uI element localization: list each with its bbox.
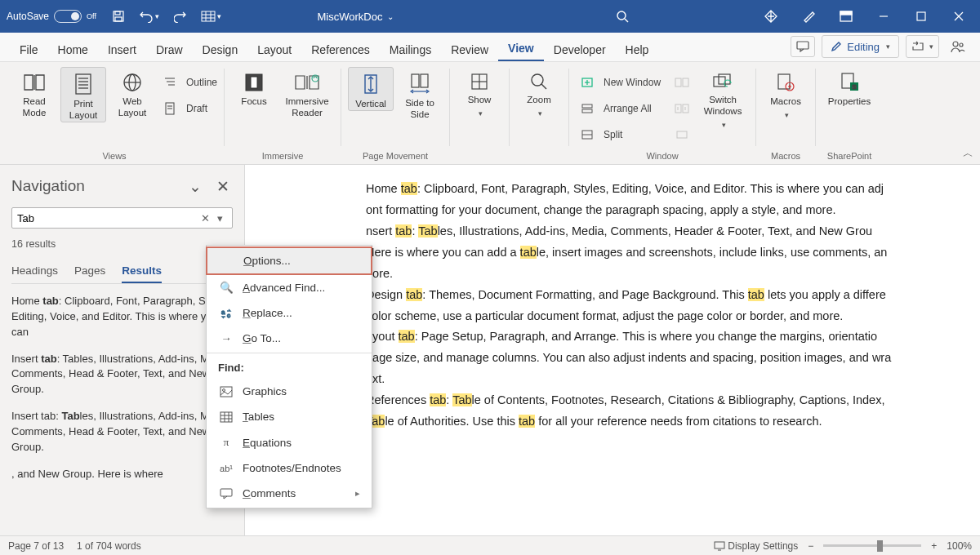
nav-tab-results[interactable]: Results (122, 260, 162, 283)
close-button[interactable] (944, 2, 973, 31)
search-icon: 🔍 (218, 281, 234, 294)
zoom-out-button[interactable]: − (808, 540, 813, 552)
menu-options[interactable]: Options... (207, 247, 372, 274)
read-mode-button[interactable]: Read Mode (11, 67, 57, 119)
tab-review[interactable]: Review (441, 38, 498, 61)
redo-icon[interactable] (170, 6, 191, 27)
nav-close-icon[interactable]: ✕ (213, 176, 233, 196)
show-button[interactable]: Show▾ (457, 67, 502, 118)
nav-result-item[interactable]: Home tab: Clipboard, Font, Paragraph, St… (11, 294, 233, 340)
side-to-side-button[interactable]: Side to Side (397, 67, 443, 121)
replace-icon: ac (218, 308, 234, 319)
collapse-ribbon-icon[interactable]: ︿ (963, 146, 973, 161)
tab-home[interactable]: Home (48, 38, 98, 61)
search-dropdown-icon[interactable]: ▾ (212, 211, 227, 225)
search-field[interactable] (17, 212, 198, 224)
nav-title: Navigation (11, 177, 85, 195)
nav-results-list: Home tab: Clipboard, Font, Paragraph, St… (11, 294, 233, 493)
tab-developer[interactable]: Developer (544, 38, 616, 61)
zoom-in-button[interactable]: + (931, 540, 937, 552)
word-count[interactable]: 1 of 704 words (77, 540, 141, 552)
arrange-all-button[interactable]: Arrange All (576, 98, 661, 119)
svg-rect-11 (840, 11, 852, 15)
graphics-icon (218, 386, 234, 397)
nav-tab-pages[interactable]: Pages (74, 260, 105, 283)
svg-rect-13 (917, 12, 925, 20)
tab-help[interactable]: Help (616, 38, 659, 61)
status-bar: Page 7 of 13 1 of 704 words Display Sett… (0, 535, 980, 555)
vertical-button[interactable]: Vertical (348, 67, 394, 111)
nav-result-item[interactable]: Insert tab: Tables, Illustrations, Add-i… (11, 352, 233, 398)
menu-tables[interactable]: Tables (207, 404, 372, 429)
search-icon (612, 6, 633, 27)
tab-view[interactable]: View (498, 37, 544, 61)
svg-point-68 (223, 388, 225, 391)
properties-button[interactable]: SProperties (822, 67, 876, 108)
autosave-toggle[interactable] (54, 10, 82, 23)
page-number[interactable]: Page 7 of 13 (8, 540, 64, 552)
zoom-slider[interactable] (823, 544, 921, 547)
nav-chevron-icon[interactable]: ⌄ (185, 176, 205, 196)
tab-file[interactable]: File (10, 38, 48, 61)
nav-result-item[interactable]: , and New Group. Here is where (11, 467, 233, 482)
group-show: Show▾ (450, 64, 509, 164)
maximize-button[interactable] (906, 2, 936, 31)
diamond-icon[interactable] (756, 2, 786, 31)
focus-button[interactable]: Focus (231, 67, 277, 108)
immersive-reader-button[interactable]: Immersive Reader (280, 67, 334, 119)
zoom-level[interactable]: 100% (947, 540, 972, 552)
table-icon[interactable]: ▾ (201, 6, 222, 27)
tab-layout[interactable]: Layout (247, 38, 301, 61)
new-window-button[interactable]: New Window (576, 72, 661, 93)
print-layout-button[interactable]: Print Layout (60, 67, 106, 122)
menu-advanced-find[interactable]: 🔍Advanced Find... (207, 274, 372, 300)
comments-button[interactable] (791, 36, 815, 57)
share-button[interactable]: ▾ (906, 35, 939, 58)
save-icon[interactable] (108, 6, 129, 27)
tab-insert[interactable]: Insert (98, 38, 146, 61)
tab-draw[interactable]: Draw (146, 38, 193, 61)
tab-references[interactable]: References (301, 38, 380, 61)
svg-rect-69 (220, 412, 232, 422)
menu-replace[interactable]: acReplace... (207, 300, 372, 326)
document-title[interactable]: MiscWorkDoc ⌄ (222, 11, 489, 23)
search-box[interactable] (489, 6, 756, 27)
menu-equations[interactable]: πEquations (207, 429, 372, 455)
minimize-button[interactable] (869, 2, 898, 31)
clear-search-icon[interactable]: ✕ (198, 211, 212, 225)
autosave[interactable]: AutoSave Off (7, 10, 96, 23)
display-settings-button[interactable]: Display Settings (714, 540, 798, 552)
svg-point-44 (532, 74, 543, 86)
svg-rect-39 (421, 74, 428, 87)
draft-button[interactable]: Draft (158, 98, 217, 119)
outline-button[interactable]: Outline (158, 72, 217, 93)
menu-comments[interactable]: Comments▸ (207, 481, 372, 506)
tab-design[interactable]: Design (193, 38, 248, 61)
nav-result-item[interactable]: Insert tab: Tables, Illustrations, Add-i… (11, 409, 233, 455)
view-side-button (670, 72, 693, 93)
svg-rect-1 (115, 11, 120, 15)
group-sharepoint: SProperties SharePoint (816, 64, 883, 164)
svg-rect-34 (251, 77, 257, 88)
nav-search-input[interactable]: ✕ ▾ (11, 207, 233, 229)
menu-footnotes[interactable]: ab¹Footnotes/Endnotes (207, 455, 372, 481)
menu-goto[interactable]: →Go To... (207, 326, 372, 351)
panel-icon[interactable] (831, 2, 861, 31)
undo-icon[interactable]: ▾ (139, 6, 160, 27)
svg-line-45 (541, 84, 546, 89)
tab-mailings[interactable]: Mailings (380, 38, 441, 61)
brush-icon[interactable] (794, 2, 823, 31)
search-options-menu: Options... 🔍Advanced Find... acReplace..… (206, 245, 372, 508)
switch-windows-button[interactable]: Switch Windows▾ (697, 67, 749, 129)
people-icon[interactable] (946, 35, 970, 58)
web-layout-button[interactable]: Web Layout (109, 67, 155, 119)
menu-graphics[interactable]: Graphics (207, 379, 372, 404)
svg-rect-60 (778, 74, 790, 89)
split-button[interactable]: Split (576, 124, 661, 145)
zoom-button[interactable]: Zoom▾ (516, 67, 562, 118)
macros-button[interactable]: Macros▾ (763, 67, 808, 120)
nav-tab-headings[interactable]: Headings (11, 260, 58, 283)
editing-mode-button[interactable]: Editing ▾ (822, 35, 899, 58)
arrange-icon (576, 98, 599, 119)
pencil-icon (831, 41, 842, 52)
